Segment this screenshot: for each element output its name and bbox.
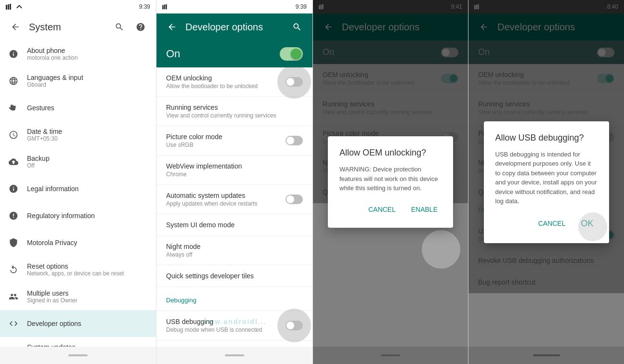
sidebar-label-languages: Languages & input <box>27 74 83 81</box>
svg-rect-3 <box>162 5 164 10</box>
on-label: On <box>166 48 180 60</box>
sidebar-item-privacy[interactable]: Motorola Privacy <box>0 229 156 256</box>
clock-icon <box>8 129 19 141</box>
language-icon <box>8 75 19 87</box>
sidebar-label-users: Multiple users <box>27 289 78 297</box>
picture-color-item[interactable]: Picture color mode Use sRGB <box>156 126 312 156</box>
night-mode-sub: Always off <box>166 251 303 258</box>
debugging-header: Debugging <box>156 287 312 311</box>
sidebar-item-regulatory[interactable]: Regulatory information <box>0 202 156 229</box>
oem-dialog-overlay: Allow OEM unlocking? WARNING: Device pro… <box>313 0 468 364</box>
back-button-left[interactable] <box>8 19 23 35</box>
oem-cancel-button[interactable]: Cancel <box>364 203 400 216</box>
status-bar-middle: 9:39 <box>156 0 312 13</box>
sidebar-item-reset[interactable]: Reset options Network, apps, or device c… <box>0 256 156 283</box>
oem-enable-button[interactable]: Enable <box>407 203 442 216</box>
sidebar-label-legal: Legal information <box>27 185 78 193</box>
oem-unlocking-toggle[interactable] <box>286 77 303 87</box>
oem-unlocking-item[interactable]: OEM unlocking Allow the bootloader to be… <box>156 67 312 97</box>
picture-color-title: Picture color mode <box>166 133 286 141</box>
regulatory-icon <box>8 210 19 221</box>
usb-debugging-item[interactable]: USB debugging Debug mode when USB is con… <box>156 311 312 340</box>
oem-dialog-panel: 9:41 Developer options On OEM unlockingA… <box>313 0 468 364</box>
svg-rect-4 <box>164 5 166 10</box>
sidebar-label-developer: Developer options <box>27 320 81 327</box>
oem-dialog-actions: Cancel Enable <box>339 203 442 216</box>
usb-debugging-sub: Debug mode when USB is connected <box>166 326 286 333</box>
sidebar-label-system-updates: System updates <box>27 343 81 347</box>
page-title-left: System <box>29 22 106 33</box>
sidebar-item-gestures[interactable]: Gestures <box>0 94 156 121</box>
usb-debugging-toggle[interactable] <box>286 321 303 330</box>
oem-dialog-body: WARNING: Device protection features will… <box>339 165 442 193</box>
sidebar-sub-reset: Network, apps, or device can be reset <box>27 270 124 277</box>
oem-unlocking-sub: Allow the bootloader to be unlocked <box>166 83 286 90</box>
usb-dialog-panel: 8:40 Developer options On OEM unlockingA… <box>468 0 624 364</box>
sidebar-sub-languages: Gboard <box>27 81 83 88</box>
on-off-row: On <box>156 40 312 67</box>
sidebar-item-users[interactable]: Multiple users Signed in as Owner <box>0 283 156 310</box>
system-ui-item[interactable]: System UI demo mode <box>156 214 312 236</box>
search-button-middle[interactable] <box>289 19 305 35</box>
sidebar-item-datetime[interactable]: Date & time GMT+05:30 <box>0 121 156 148</box>
night-mode-title: Night mode <box>166 243 303 250</box>
back-button-middle[interactable] <box>164 19 180 35</box>
sidebar-item-developer[interactable]: Developer options <box>0 310 156 337</box>
auto-updates-item[interactable]: Automatic system updates Apply updates w… <box>156 185 312 214</box>
sidebar-sub-datetime: GMT+05:30 <box>27 135 62 142</box>
svg-rect-1 <box>8 4 9 10</box>
webview-item[interactable]: WebView implementation Chrome <box>156 156 312 185</box>
auto-updates-toggle[interactable] <box>286 195 303 204</box>
usb-ok-button[interactable]: OK <box>577 216 597 232</box>
picture-color-toggle[interactable] <box>286 136 303 145</box>
sidebar-label-regulatory: Regulatory information <box>27 212 95 220</box>
sidebar-label-privacy: Motorola Privacy <box>27 239 77 247</box>
users-icon <box>8 291 19 302</box>
running-services-sub: View and control currently running servi… <box>166 112 303 119</box>
search-button-left[interactable] <box>112 19 127 35</box>
sidebar-label-datetime: Date & time <box>27 128 62 135</box>
usb-debug-dialog: Allow USB debugging? USB debugging is in… <box>484 121 609 243</box>
developer-settings-list: OEM unlocking Allow the bootloader to be… <box>156 67 312 347</box>
usb-dialog-body: USB debugging is intended for developmen… <box>495 150 598 206</box>
status-icons-left <box>6 4 23 10</box>
sidebar-sub-backup: Off <box>27 162 50 169</box>
auto-updates-title: Automatic system updates <box>166 192 286 199</box>
oem-unlock-dialog: Allow OEM unlocking? WARNING: Device pro… <box>328 136 453 228</box>
night-mode-item[interactable]: Night mode Always off <box>156 236 312 265</box>
webview-sub: Chrome <box>166 171 303 178</box>
running-services-title: Running services <box>166 104 303 111</box>
system-header: System <box>0 13 156 40</box>
sidebar-item-about[interactable]: About phone motorola one action <box>0 40 156 67</box>
sidebar-item-system-updates[interactable]: System updates Updated to Android 9 <box>0 337 156 347</box>
gesture-icon <box>8 102 19 114</box>
sidebar-label-reset: Reset options <box>27 262 124 270</box>
usb-cancel-button[interactable]: Cancel <box>534 216 570 232</box>
info-icon <box>8 48 19 60</box>
developer-toggle[interactable] <box>280 47 303 61</box>
status-time-middle: 9:39 <box>296 3 307 10</box>
status-time-left: 9:39 <box>139 3 150 10</box>
backup-icon <box>8 156 19 168</box>
legal-icon <box>8 183 19 195</box>
svg-rect-5 <box>166 4 167 10</box>
sidebar-item-legal[interactable]: Legal information <box>0 175 156 202</box>
running-services-item[interactable]: Running services View and control curren… <box>156 97 312 126</box>
debugging-label: Debugging <box>166 297 196 304</box>
reset-icon <box>8 264 19 275</box>
page-title-middle: Developer options <box>185 22 284 33</box>
webview-title: WebView implementation <box>166 162 303 170</box>
sidebar-item-languages[interactable]: Languages & input Gboard <box>0 67 156 94</box>
developer-options-panel: 9:39 Developer options On OEM unlocking … <box>156 0 313 364</box>
help-button-left[interactable] <box>133 19 148 35</box>
sidebar-item-backup[interactable]: Backup Off <box>0 148 156 175</box>
picture-color-sub: Use sRGB <box>166 142 286 148</box>
sidebar-sub-about: motorola one action <box>27 54 78 61</box>
usb-dialog-overlay: Allow USB debugging? USB debugging is in… <box>468 0 624 364</box>
oem-unlocking-title: OEM unlocking <box>166 74 286 82</box>
privacy-icon <box>8 237 19 248</box>
quick-settings-item[interactable]: Quick settings developer tiles <box>156 265 312 287</box>
sidebar-label-about: About phone <box>27 47 78 54</box>
developer-icon <box>8 318 19 329</box>
sidebar-label-gestures: Gestures <box>27 104 54 112</box>
